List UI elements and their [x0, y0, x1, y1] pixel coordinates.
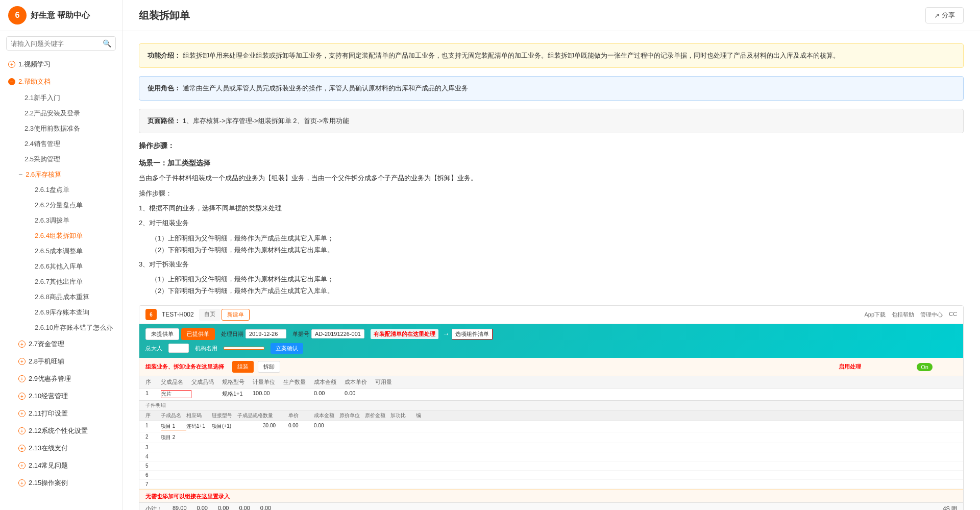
lower-table-row-4: 4 [139, 452, 963, 462]
sidebar-item-faq[interactable]: + 2.14常见问题 [18, 457, 122, 474]
bottom-label1: 小计： [145, 505, 162, 510]
sidebar-item-stock-2[interactable]: 2.6.2分量盘点单 [29, 198, 122, 213]
sidebar-item-stock-10[interactable]: 2.6.10库存账本错了怎么办 [29, 320, 122, 335]
bottom-val1: 89.00 [173, 505, 187, 510]
app-company-name: TEST-H002 [162, 311, 194, 318]
app-order-label: 单据号 [292, 330, 309, 338]
sidebar-item-stock-section[interactable]: − 2.6库存核算 [18, 167, 122, 182]
sidebar-item-install[interactable]: 2.2产品安装及登录 [18, 106, 122, 121]
app-bottom-bar: 小计： 89.00 0.00 0.00 0.00 0.00 4S 明 [139, 502, 963, 510]
plus-icon-print: + [18, 410, 26, 417]
role-block: 使用角色： 通常由生产人员或库管人员完成拆装业务的操作，库管人员确认原材料的出库… [139, 76, 964, 101]
sub-table-separator: 子件明细 [139, 400, 963, 410]
search-input[interactable] [11, 40, 103, 47]
sub-nav-docs: 2.1新手入门 2.2产品安装及登录 2.3使用前数据准备 2.4销售管理 2.… [0, 90, 122, 492]
app-form-bar: 未提供单 已提供单 处理日期 2019-12-26 单据号 AD-2019122… [139, 324, 963, 358]
sidebar-item-sales[interactable]: 2.4销售管理 [18, 136, 122, 152]
app-date-label: 处理日期 [221, 330, 243, 338]
on-label: On [917, 363, 933, 371]
scene1-desc: 当由多个子件材料组装成一个成品的业务为【组装】业务，当由一个父件拆分成多个子产品… [139, 172, 964, 184]
app-btn-status2[interactable]: 已提供单 [181, 328, 215, 340]
plus-icon: + [8, 61, 15, 68]
function-intro-text: 组装拆卸单用来处理企业组装或拆卸等加工业务，支持有固定装配清单的产品加工业务，也… [183, 52, 840, 59]
sidebar-item-stock-5[interactable]: 2.6.5成本调整单 [29, 244, 122, 259]
app-titlebar-left: 6 TEST-H002 自页 新建单 [145, 309, 250, 321]
step2-item2: （2）下部明细为子件明细，最终作为原材料生成其它出库单。 [151, 244, 964, 256]
app-admin: 管理中心 [920, 311, 943, 319]
app-tab-home[interactable]: 自页 [199, 309, 220, 321]
sidebar-item-videos[interactable]: + 1.视频学习 [0, 56, 122, 73]
sidebar-item-stock-7[interactable]: 2.6.7其他出库单 [29, 274, 122, 289]
lower-table-header: 序 子成品名 相应码 链接型号 子成品规格 数量 单价 成本金额 原价单位 原价… [139, 410, 963, 421]
lower-table-row-2: 2 项目 2 [139, 432, 963, 443]
steps-label: 操作步骤： [139, 187, 964, 199]
function-intro-block: 功能介绍： 组装拆卸单用来处理企业组装或拆卸等加工业务，支持有固定装配清单的产品… [139, 43, 964, 68]
bottom-val4: 0.00 [239, 505, 250, 510]
sidebar-item-coupon[interactable]: + 2.9优惠券管理 [18, 370, 122, 387]
sidebar-item-capital[interactable]: + 2.7资金管理 [18, 335, 122, 353]
plus-icon-cases: + [18, 479, 26, 487]
bottom-val2: 0.00 [197, 505, 208, 510]
step2-list: （1）上部明细为父件明细，最终作为产成品生成其它入库单； （2）下部明细为子件明… [139, 232, 964, 256]
plus-icon-mobile: + [18, 358, 26, 365]
minus-icon: − [8, 78, 15, 85]
steps-heading: 操作步骤： [139, 141, 964, 151]
type-btn-disassemble[interactable]: 拆卸 [258, 361, 280, 373]
step3-list: （1）上部明细为父件明细，最终作为原材料生成其它出库单； （2）下部明细为子件明… [139, 273, 964, 297]
app-titlebar-right: App下载 包括帮助 管理中心 CC [865, 311, 957, 319]
step3-item2: （2）下部明细为子件明细，最终作为产成品生成其它入库单。 [151, 285, 964, 297]
app-date-value: 2019-12-26 [246, 329, 286, 338]
app-btn-status1[interactable]: 未提供单 [145, 328, 179, 340]
app-btn-commit[interactable]: 立案确认 [271, 343, 303, 354]
sidebar-item-purchase[interactable]: 2.5采购管理 [18, 152, 122, 167]
app-user: CC [949, 311, 957, 319]
main-header: 组装拆卸单 ↗ 分享 [122, 0, 980, 31]
sidebar-item-stock-8[interactable]: 2.6.8商品成本重算 [29, 289, 122, 305]
sidebar-item-mobile[interactable]: + 2.8手机旺辅 [18, 353, 122, 370]
app-titlebar: 6 TEST-H002 自页 新建单 App下载 包括帮助 管理中心 CC [139, 306, 963, 324]
wh-label: 机构名用 [195, 345, 217, 352]
app-field-type: 未提供单 已提供单 [145, 328, 215, 340]
step3: 3、对于拆装业务 [139, 258, 964, 270]
sidebar-item-stock-3[interactable]: 2.6.3调拨单 [29, 213, 122, 228]
parent-item-name: 光片 [161, 390, 191, 398]
upper-table-row: 1 光片 规格1+1 100.00 0.00 0.00 [139, 388, 963, 400]
main-content: 组装拆卸单 ↗ 分享 功能介绍： 组装拆卸单用来处理企业组装或拆卸等加工业务，支… [122, 0, 980, 510]
on-toggle[interactable]: On [917, 362, 933, 371]
share-button[interactable]: ↗ 分享 [925, 7, 964, 23]
inner-screenshot: 6 TEST-H002 自页 新建单 App下载 包括帮助 管理中心 CC [139, 306, 963, 510]
sidebar-item-cases[interactable]: + 2.15操作案例 [18, 474, 122, 492]
bottom-right: 4S 明 [943, 505, 957, 510]
sidebar-item-prepare[interactable]: 2.3使用前数据准备 [18, 121, 122, 136]
sidebar-item-stock-1[interactable]: 2.6.1盘点单 [29, 182, 122, 198]
scene1-heading: 场景一：加工类型选择 [139, 159, 964, 168]
stock-minus-icon: − [18, 171, 22, 179]
lower-table-section: 序 子成品名 相应码 链接型号 子成品规格 数量 单价 成本金额 原价单位 原价… [139, 410, 963, 489]
sidebar-item-newbie[interactable]: 2.1新手入门 [18, 90, 122, 106]
sidebar-item-stock-9[interactable]: 2.6.9库存账本查询 [29, 305, 122, 320]
app-form-fields: 未提供单 已提供单 处理日期 2019-12-26 单据号 AD-2019122… [145, 328, 957, 340]
role-text: 通常由生产人员或库管人员完成拆装业务的操作，库管人员确认原材料的出库和产成品的入… [183, 84, 468, 92]
qty-label: 总大人 [145, 345, 162, 352]
sidebar-item-ops[interactable]: + 2.10经营管理 [18, 387, 122, 405]
sub-item-1-name: 项目 1 [161, 423, 186, 430]
arrow-icon: → [443, 330, 450, 338]
app-order-value: AD-20191226-001 [311, 329, 364, 338]
sidebar-item-stock-6[interactable]: 2.6.6其他入库单 [29, 259, 122, 274]
sidebar-item-print[interactable]: + 2.11打印设置 [18, 405, 122, 422]
type-btn-assemble[interactable]: 组装 [232, 361, 254, 373]
lower-table-row-5: 5 [139, 462, 963, 471]
app-form-row2: 总大人 1/6 机构名用 立案确认 [145, 343, 957, 354]
sidebar: 6 好生意 帮助中心 🔍 + 1.视频学习 − 2.帮助文档 2.1新手入门 2… [0, 0, 122, 510]
sidebar-item-system[interactable]: + 2.12系统个性化设置 [18, 422, 122, 440]
sidebar-item-stock-4[interactable]: 2.6.4组装拆卸单 [29, 228, 122, 244]
plus-icon-pay: + [18, 445, 26, 452]
step1: 1、根据不同的业务，选择不同单据的类型来处理 [139, 202, 964, 214]
plus-icon-ops: + [18, 393, 26, 400]
step2-item1: （1）上部明细为父件明细，最终作为产成品生成其它入库单； [151, 232, 964, 244]
sidebar-item-pay[interactable]: + 2.13在线支付 [18, 440, 122, 457]
app-tab-new[interactable]: 新建单 [222, 309, 250, 321]
sidebar-item-docs[interactable]: − 2.帮助文档 [0, 73, 122, 90]
search-box[interactable]: 🔍 [6, 36, 116, 51]
logo-icon: 6 [8, 6, 27, 25]
